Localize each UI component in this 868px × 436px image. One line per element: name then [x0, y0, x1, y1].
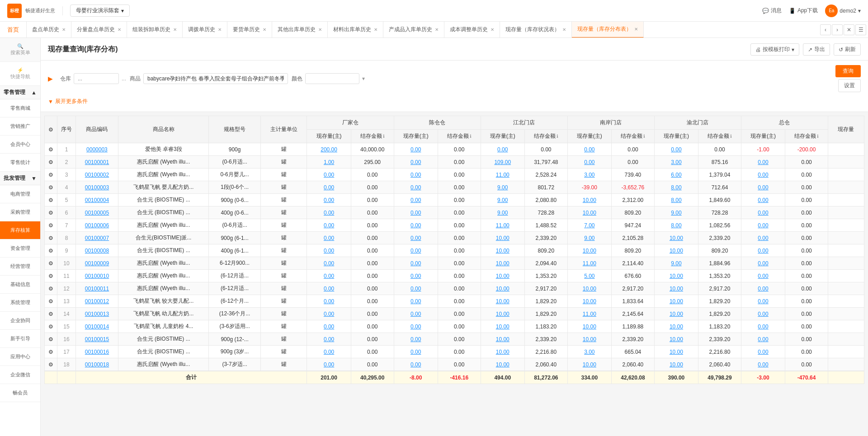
cell-t-qty[interactable]: 0.00: [741, 219, 785, 232]
cell-f-qty[interactable]: 0.00: [307, 282, 351, 295]
batch-print-btn[interactable]: 🖨 按模板打印 ▾: [750, 43, 799, 56]
cell-code[interactable]: 0000003: [76, 143, 118, 156]
sidebar-item-quicknav[interactable]: ⚡ 快捷导航: [0, 62, 40, 86]
cell-jb-qty[interactable]: 10.00: [481, 333, 524, 346]
cell-code[interactable]: 00100010: [76, 270, 118, 282]
cell-yb-qty[interactable]: 10.00: [654, 244, 698, 257]
color-input[interactable]: [305, 73, 359, 84]
cell-t-qty[interactable]: 0.00: [741, 295, 785, 308]
cell-na-qty[interactable]: 10.00: [567, 295, 611, 308]
cell-t-qty[interactable]: -1.00: [741, 143, 785, 156]
sidebar-section-wholesale[interactable]: 批发管理 ▼: [0, 172, 40, 185]
cell-jb-qty[interactable]: 9.00: [481, 181, 524, 194]
query-btn[interactable]: 查询: [835, 65, 861, 77]
cell-settings[interactable]: ⚙: [45, 257, 57, 270]
cell-jb-qty[interactable]: 10.00: [481, 346, 524, 358]
cell-jb-qty[interactable]: 10.00: [481, 308, 524, 320]
cell-yb-qty[interactable]: 10.00: [654, 358, 698, 371]
product-input[interactable]: [143, 73, 288, 84]
tab-home[interactable]: 首页: [0, 22, 27, 38]
cell-cc-qty[interactable]: 0.00: [394, 320, 438, 333]
cell-code[interactable]: 00100007: [76, 232, 118, 244]
cell-jb-qty[interactable]: 11.00: [481, 219, 524, 232]
cell-f-qty[interactable]: 0.00: [307, 308, 351, 320]
cell-cc-qty[interactable]: 0.00: [394, 156, 438, 169]
cell-f-qty[interactable]: 0.00: [307, 295, 351, 308]
cell-code[interactable]: 00100012: [76, 295, 118, 308]
cell-na-qty[interactable]: 5.00: [567, 270, 611, 282]
sidebar-item-retail-stats[interactable]: 零售统计: [0, 154, 40, 172]
cell-na-qty[interactable]: 0.00: [567, 156, 611, 169]
cell-cc-qty[interactable]: 0.00: [394, 143, 438, 156]
tab-close-icon[interactable]: ✕: [218, 27, 222, 32]
cell-jb-qty[interactable]: 10.00: [481, 295, 524, 308]
expand-arrow-icon[interactable]: ▶: [48, 75, 53, 82]
cell-settings[interactable]: ⚙: [45, 295, 57, 308]
export-btn[interactable]: ↗ 导出: [803, 43, 830, 56]
cell-jb-qty[interactable]: 9.00: [481, 194, 524, 206]
cell-code[interactable]: 00100001: [76, 156, 118, 169]
cell-jb-qty[interactable]: 10.00: [481, 270, 524, 282]
th-settings[interactable]: ⚙: [45, 116, 57, 143]
refresh-btn[interactable]: ↺ 刷新: [834, 43, 861, 56]
cell-code[interactable]: 00100011: [76, 282, 118, 295]
cell-settings[interactable]: ⚙: [45, 181, 57, 194]
tab-close-icon[interactable]: ✕: [491, 27, 494, 32]
cell-code[interactable]: 00100005: [76, 206, 118, 219]
cell-t-qty[interactable]: 0.00: [741, 358, 785, 371]
sidebar-section-retail[interactable]: 零售管理 ▲: [0, 86, 40, 99]
cell-code[interactable]: 00100014: [76, 320, 118, 333]
cell-na-qty[interactable]: 10.00: [567, 194, 611, 206]
sidebar-item-guide[interactable]: 新手引导: [0, 330, 40, 348]
cell-yb-qty[interactable]: 9.00: [654, 206, 698, 219]
cell-cc-qty[interactable]: 0.00: [394, 206, 438, 219]
sidebar-item-finance[interactable]: 资金管理: [0, 239, 40, 258]
cell-code[interactable]: 00100004: [76, 194, 118, 206]
cell-f-qty[interactable]: 0.00: [307, 169, 351, 181]
sidebar-item-marketing[interactable]: 营销推广: [0, 117, 40, 136]
cell-cc-qty[interactable]: 0.00: [394, 270, 438, 282]
tab-item-9[interactable]: 现存量（库存状况表）✕: [500, 22, 572, 38]
cell-yb-qty[interactable]: 8.00: [654, 194, 698, 206]
cell-jb-qty[interactable]: 10.00: [481, 232, 524, 244]
cell-cc-qty[interactable]: 0.00: [394, 295, 438, 308]
cell-yb-qty[interactable]: 10.00: [654, 308, 698, 320]
cell-jb-qty[interactable]: 10.00: [481, 257, 524, 270]
user-area[interactable]: Ea demo2 ▾: [825, 5, 861, 17]
cell-jb-qty[interactable]: 11.00: [481, 169, 524, 181]
cell-na-qty[interactable]: 9.00: [567, 232, 611, 244]
tab-close-icon[interactable]: ✕: [318, 27, 322, 32]
cell-yb-qty[interactable]: 6.00: [654, 169, 698, 181]
cell-jb-qty[interactable]: 10.00: [481, 282, 524, 295]
setting-btn[interactable]: 设置: [838, 79, 861, 92]
cell-code[interactable]: 00100018: [76, 358, 118, 371]
cell-jb-qty[interactable]: 109.00: [481, 156, 524, 169]
cell-cc-qty[interactable]: 0.00: [394, 181, 438, 194]
tab-close-icon[interactable]: ✕: [263, 27, 266, 32]
tab-item-3[interactable]: 调拨单历史✕: [183, 22, 227, 38]
app-download-btn[interactable]: 📱 App下载: [789, 7, 818, 14]
cell-t-qty[interactable]: 0.00: [741, 346, 785, 358]
tab-next-btn[interactable]: ›: [832, 24, 843, 35]
sidebar-item-operations[interactable]: 经营管理: [0, 258, 40, 276]
info-icon-f[interactable]: ℹ: [383, 134, 385, 139]
cell-yb-qty[interactable]: 10.00: [654, 282, 698, 295]
cell-settings[interactable]: ⚙: [45, 156, 57, 169]
cell-settings[interactable]: ⚙: [45, 206, 57, 219]
info-icon-na[interactable]: ℹ: [643, 134, 645, 139]
cell-na-qty[interactable]: 10.00: [567, 320, 611, 333]
cell-f-qty[interactable]: 0.00: [307, 358, 351, 371]
cell-na-qty[interactable]: 10.00: [567, 244, 611, 257]
cell-t-qty[interactable]: 0.00: [741, 320, 785, 333]
cell-t-qty[interactable]: 0.00: [741, 206, 785, 219]
sidebar-item-wechat[interactable]: 企业微信: [0, 366, 40, 384]
cell-settings[interactable]: ⚙: [45, 232, 57, 244]
cell-jb-qty[interactable]: 10.00: [481, 320, 524, 333]
cell-jb-qty[interactable]: 0.00: [481, 143, 524, 156]
sidebar-item-ecommerce[interactable]: 电商管理: [0, 185, 40, 203]
cell-jb-qty[interactable]: 10.00: [481, 244, 524, 257]
cell-yb-qty[interactable]: 9.00: [654, 257, 698, 270]
cell-code[interactable]: 00100002: [76, 169, 118, 181]
cell-f-qty[interactable]: 0.00: [307, 270, 351, 282]
cell-na-qty[interactable]: 10.00: [567, 333, 611, 346]
